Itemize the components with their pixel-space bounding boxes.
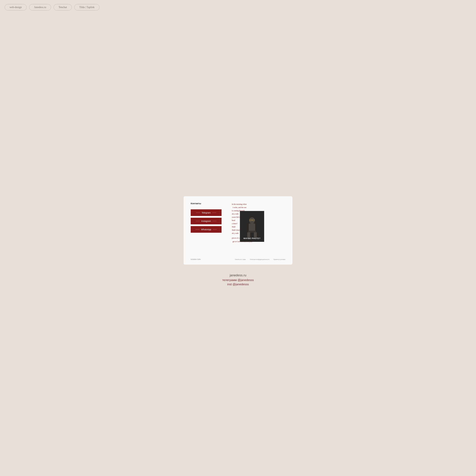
footer-link-terms[interactable]: Правила и условия bbox=[273, 259, 285, 260]
bottom-telegram: телеграмм @janedesss bbox=[222, 278, 254, 282]
whatsapp-button[interactable]: WhatsApp bbox=[191, 226, 221, 233]
nav-item-janedess[interactable]: Janedess.ru bbox=[29, 4, 51, 10]
svg-text:head: head bbox=[232, 219, 235, 221]
svg-text:In  the  morning  when: In the morning when bbox=[232, 203, 247, 205]
bottom-section: janedess.ru телеграмм @janedesss inst @j… bbox=[222, 268, 254, 294]
photo-label: MAYBE PHOTO? bbox=[244, 237, 260, 239]
nav-item-web-design[interactable]: web-design bbox=[5, 4, 27, 10]
top-navigation: web-design Janedess.ru Tenchat Tilda | T… bbox=[0, 0, 476, 15]
svg-text:Shall: Shall bbox=[232, 226, 236, 228]
svg-rect-16 bbox=[247, 232, 250, 238]
contacts-title: Контакты bbox=[191, 202, 226, 205]
footer-brand: forbidden Sofia bbox=[191, 258, 201, 260]
card-footer: forbidden Sofia Связаться с нами Политик… bbox=[191, 256, 285, 260]
decorative-section: text { fill: #8b1a1a; font-family: 'Sego… bbox=[232, 202, 285, 249]
bottom-instagram: inst @janedesss bbox=[222, 283, 254, 286]
footer-link-contact[interactable]: Связаться с нами bbox=[235, 259, 246, 260]
contacts-section: Контакты Telegram Instagram WhatsApp bbox=[191, 202, 226, 249]
nav-item-tenchat[interactable]: Tenchat bbox=[54, 4, 72, 10]
svg-text:a  letter?: a letter? bbox=[232, 222, 238, 225]
svg-text:oh  y                         : oh y with bbox=[232, 232, 238, 234]
telegram-button[interactable]: Telegram bbox=[191, 209, 221, 216]
svg-text:Shall                         : Shall close? bbox=[232, 229, 240, 231]
bottom-url: janedess.ru bbox=[222, 273, 254, 277]
svg-text:oh  y                      wit: oh y with bbox=[232, 213, 238, 215]
photo-placeholder: MAYBE PHOTO? bbox=[240, 211, 264, 242]
contact-card: Контакты Telegram Instagram WhatsApp tex… bbox=[184, 196, 292, 265]
instagram-button[interactable]: Instagram bbox=[191, 218, 221, 224]
footer-links: Связаться с нами Политика конфиденциальн… bbox=[235, 259, 285, 260]
nav-item-tilda[interactable]: Tilda | Taplink bbox=[74, 4, 99, 10]
svg-rect-17 bbox=[254, 232, 257, 238]
contact-buttons: Telegram Instagram WhatsApp bbox=[191, 209, 226, 233]
main-area: Контакты Telegram Instagram WhatsApp tex… bbox=[0, 15, 476, 476]
footer-link-privacy[interactable]: Политика конфиденциальности bbox=[250, 259, 270, 260]
svg-text:I  woke,  and  the  sun: I woke, and the sun bbox=[233, 206, 246, 208]
